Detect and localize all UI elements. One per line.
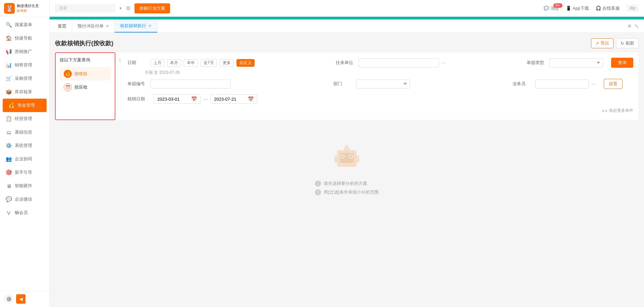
collapse-more-icon: ∧∧	[602, 108, 608, 113]
collapse-more-button[interactable]: ∧∧ 收起更多条件	[602, 108, 633, 113]
tabbar-actions: ✕ ⤡	[627, 23, 641, 29]
svg-rect-9	[356, 156, 360, 163]
sidebar-item-营销推广[interactable]: 📢营销推广	[0, 45, 49, 58]
date-no-limit-text: 不限 至 2023-07-26	[145, 70, 180, 75]
topbar-search[interactable]: 搜索	[55, 4, 115, 12]
sidebar-item-经营管理[interactable]: 📋经营管理	[0, 112, 49, 125]
export-button[interactable]: ↗ 导出	[591, 38, 613, 48]
main-area: 搜索 ▾ ⚙ 体验行业方案 💬 消息 99+ 📱 App下载 🎧 在线客服 Ri…	[50, 0, 644, 307]
sidebar-item-新手引导[interactable]: 🎯新手引导	[0, 166, 49, 179]
service-button[interactable]: 🎧 在线客服	[596, 5, 620, 11]
app-download-button[interactable]: 📱 App下载	[566, 5, 589, 11]
sidebar-item-采购管理[interactable]: 🛒采购管理	[0, 72, 49, 85]
doc-no-input[interactable]	[150, 80, 231, 89]
user-menu[interactable]: Rit	[627, 5, 639, 12]
refresh-button[interactable]: ↻ 刷新	[616, 38, 639, 48]
date-no-limit: 不限 至 2023-07-26	[145, 70, 633, 75]
partner-input[interactable]	[359, 58, 439, 67]
dept-select[interactable]	[356, 80, 410, 89]
logo-sub: 标准版	[17, 8, 39, 13]
sidebar-item-企业协同[interactable]: 👥企业协同	[0, 152, 49, 166]
tab-prepay[interactable]: 预付冲应付单 ✕	[72, 19, 115, 33]
nav-icon: ⚙️	[5, 142, 12, 149]
filter-main: 日期 上月 本月 本年 近7天 更多 自定义	[122, 52, 639, 120]
this-month-btn[interactable]: 本月	[167, 59, 181, 67]
date-separator: —	[203, 97, 208, 102]
close-tab-icon[interactable]: ✕	[627, 23, 632, 29]
nav-icon: 🔍	[5, 21, 12, 28]
topbar-gear-icon[interactable]: ⚙	[126, 5, 130, 11]
filter-by-collection[interactable]: 💰 按收款	[60, 67, 111, 81]
page-title: 收款核销执行(按收款)	[55, 39, 113, 47]
nav-icon: 💰	[8, 102, 15, 109]
filter-collapse-button[interactable]: 《	[115, 52, 122, 120]
solution-button[interactable]: 体验行业方案	[135, 3, 170, 13]
filter-receivable-label: 按应收	[74, 84, 88, 90]
sidebar-item-库存核算[interactable]: 📦库存核算	[0, 85, 49, 99]
expand-tab-icon[interactable]: ⤡	[634, 23, 639, 29]
empty-icon	[330, 140, 364, 174]
empty-text: 1 请先选择要分析的方案 2 用[过滤]条件来缩小分析范围	[315, 179, 378, 197]
last-month-btn[interactable]: 上月	[150, 59, 164, 67]
svg-point-7	[345, 145, 348, 148]
collapse-more-row: ∧∧ 收起更多条件	[127, 106, 633, 115]
tab-prepay-label: 预付冲应付单	[77, 23, 104, 29]
settings-icon[interactable]: ⚙️	[4, 294, 13, 304]
calendar-end-icon[interactable]: 📅	[248, 96, 254, 102]
filter-row-2: 单据编号 部门 业务员 ···	[127, 79, 633, 89]
nav-icon: 🎯	[5, 169, 12, 176]
this-year-btn[interactable]: 本年	[184, 59, 198, 67]
sidebar-item-智能硬件[interactable]: 🖥智能硬件	[0, 179, 49, 193]
settings-button[interactable]: 设置	[604, 79, 623, 89]
verify-date-end-input[interactable]: 2023-07-21 📅	[210, 94, 257, 104]
filter-by-receivable[interactable]: ⏰ 按应收	[60, 81, 111, 94]
action-buttons: 查询	[611, 58, 633, 68]
sidebar-item-畅会员[interactable]: V畅会员	[0, 206, 49, 219]
tab-home[interactable]: 首页	[52, 19, 72, 33]
logo-icon: 🐰	[4, 3, 15, 14]
custom-date-btn[interactable]: 自定义	[236, 59, 255, 67]
sidebar-item-快捷导航[interactable]: 🏠快捷导航	[0, 32, 49, 45]
salesman-dots-icon[interactable]: ···	[592, 81, 596, 87]
doc-type-select[interactable]	[549, 58, 603, 67]
sidebar-item-搜索菜单[interactable]: 🔍搜索菜单	[0, 18, 49, 32]
doc-type-label: 单据类型	[527, 60, 547, 66]
verify-date-end-text: 2023-07-21	[214, 97, 236, 102]
sidebar: 🐰 畅捷通好生意 标准版 🔍搜索菜单🏠快捷导航📢营销推广📊销售管理🛒采购管理📦库…	[0, 0, 50, 307]
nav-icon: 💬	[5, 196, 12, 203]
teal-bar	[50, 17, 644, 19]
tab-prepay-close-icon[interactable]: ✕	[106, 24, 109, 29]
nav-icon: 🗂	[5, 129, 12, 136]
verify-date-start-input[interactable]: 2023-03-01 📅	[154, 94, 201, 104]
sidebar-item-基础信息[interactable]: 🗂基础信息	[0, 125, 49, 139]
topbar-dropdown-icon[interactable]: ▾	[119, 6, 122, 11]
topbar-right: 💬 消息 99+ 📱 App下载 🎧 在线客服 Rit	[544, 5, 639, 12]
last-7days-btn[interactable]: 近7天	[201, 59, 217, 67]
empty-state: 1 请先选择要分析的方案 2 用[过滤]条件来缩小分析范围	[55, 120, 639, 217]
tab-collection[interactable]: 收款核销执行 ✕	[115, 19, 157, 33]
sidebar-item-销售管理[interactable]: 📊销售管理	[0, 58, 49, 72]
salesman-input[interactable]	[535, 80, 589, 89]
message-button[interactable]: 💬 消息 99+	[544, 5, 559, 11]
nav-icon: V	[5, 209, 12, 216]
filter-sidebar-title: 按以下方案查询	[60, 57, 111, 63]
dept-label: 部门	[333, 81, 354, 87]
tip-num-1: 1	[315, 181, 321, 187]
date-options-group: 上月 本月 本年 近7天 更多 自定义	[150, 59, 255, 67]
more-date-btn[interactable]: 更多	[220, 59, 234, 67]
topbar: 搜索 ▾ ⚙ 体验行业方案 💬 消息 99+ 📱 App下载 🎧 在线客服 Ri…	[50, 0, 644, 17]
sidebar-item-系统管理[interactable]: ⚙️系统管理	[0, 139, 49, 152]
partner-dots-icon[interactable]: ···	[442, 60, 446, 65]
filter-collection-label: 按收款	[74, 71, 88, 77]
service-icon: 🎧	[596, 6, 601, 11]
verify-date-group: 核销日期 2023-03-01 📅 — 2023-07-21 📅	[127, 94, 257, 104]
tip-num-2: 2	[315, 189, 321, 195]
tab-collection-close-icon[interactable]: ✕	[148, 23, 152, 28]
collapse-sidebar-button[interactable]: ◀	[16, 294, 25, 304]
calendar-start-icon[interactable]: 📅	[191, 96, 197, 102]
sidebar-item-企业微信[interactable]: 💬企业微信	[0, 193, 49, 206]
query-button[interactable]: 查询	[611, 58, 633, 68]
svg-point-5	[350, 155, 352, 158]
nav-icon: 📢	[5, 48, 12, 55]
sidebar-item-资金管理[interactable]: 💰资金管理	[3, 99, 47, 112]
